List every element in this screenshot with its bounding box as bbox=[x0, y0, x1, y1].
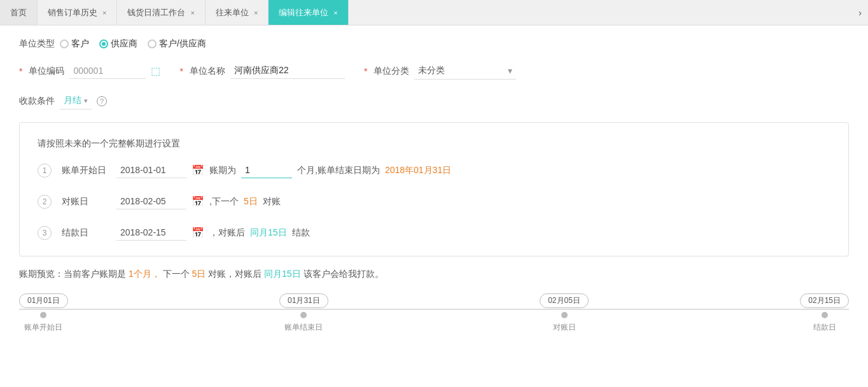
step-1-content: 📅 账期为 个月,账单结束日期为 2018年01月31日 bbox=[116, 162, 451, 178]
step-1-period-mid: 个月,账单结束日期为 bbox=[297, 165, 380, 176]
preview-text: 账期预览：当前客户账期是 1个月， 下一个 5日 对账，对账后 同月15日 该客… bbox=[19, 267, 849, 281]
tab-cash-work-close[interactable]: × bbox=[190, 9, 194, 17]
step-1-calendar-icon[interactable]: 📅 bbox=[192, 164, 204, 176]
category-select[interactable]: 未分类 ▾ bbox=[414, 62, 516, 80]
timeline-dot-1 bbox=[40, 312, 46, 318]
step-3-label: 结款日 bbox=[62, 227, 106, 239]
tab-edit-contact-close[interactable]: × bbox=[333, 9, 337, 17]
step-1-num: 1 bbox=[38, 164, 52, 178]
payment-group: 收款条件 月结 ▾ ? bbox=[19, 92, 107, 109]
tab-sales-history-label: 销售订单历史 bbox=[48, 7, 97, 18]
timeline-pill-4: 02月15日 bbox=[800, 293, 849, 308]
timeline-pill-1: 01月01日 bbox=[19, 293, 68, 308]
unit-type-label: 单位类型 bbox=[19, 38, 55, 50]
radio-customer[interactable]: 客户 bbox=[60, 38, 89, 50]
tab-edit-contact-label: 编辑往来单位 bbox=[279, 7, 328, 18]
step-2-suffix-post: 对账 bbox=[263, 196, 281, 208]
step-3-highlight: 同月15日 bbox=[250, 227, 287, 239]
step-3-suffix-post: 结款 bbox=[292, 227, 310, 239]
payment-dropdown-icon: ▾ bbox=[84, 97, 88, 105]
step-2-date-input[interactable] bbox=[116, 194, 186, 209]
tab-contacts-close[interactable]: × bbox=[254, 9, 258, 17]
radio-both-circle bbox=[148, 39, 157, 48]
radio-supplier-label: 供应商 bbox=[111, 38, 137, 50]
step-3-suffix-pre: ，对账后 bbox=[209, 227, 245, 239]
timeline-pill-2: 01月31日 bbox=[279, 293, 328, 308]
timeline-point-4: 02月15日 结款日 bbox=[800, 293, 849, 333]
timeline-pill-3: 02月05日 bbox=[540, 293, 589, 308]
radio-both[interactable]: 客户/供应商 bbox=[148, 38, 206, 50]
radio-customer-label: 客户 bbox=[71, 38, 89, 50]
timeline-desc-3: 对账日 bbox=[553, 322, 576, 333]
step-3-row: 3 结款日 📅 ，对账后 同月15日 结款 bbox=[38, 225, 830, 241]
tab-bar: 首页 销售订单历史 × 钱货日清工作台 × 往来单位 × 编辑往来单位 × › bbox=[0, 0, 868, 25]
timeline-desc-4: 结款日 bbox=[813, 322, 836, 333]
step-2-content: 📅 ,下一个 5日 对账 bbox=[116, 194, 281, 209]
step-1-date-input[interactable] bbox=[116, 162, 186, 178]
preview-pay: 同月15日 bbox=[264, 269, 301, 279]
unit-type-group: 单位类型 客户 供应商 客户/供应商 bbox=[19, 38, 206, 50]
code-input[interactable] bbox=[69, 63, 146, 79]
category-value: 未分类 bbox=[418, 65, 505, 76]
tab-cash-work-label: 钱货日清工作台 bbox=[127, 7, 185, 18]
tab-home[interactable]: 首页 bbox=[0, 0, 38, 25]
timeline: 01月01日 账单开始日 01月31日 账单结束日 02月05日 对账日 02月… bbox=[19, 293, 849, 333]
code-name-category-row: * 单位编码 ⬚ * 单位名称 * 单位分类 未分类 ▾ bbox=[19, 62, 849, 80]
timeline-dot-2 bbox=[300, 312, 307, 318]
preview-end: 该客户会给我打款。 bbox=[304, 269, 384, 279]
preview-mid: 下一个 bbox=[163, 269, 190, 279]
payment-select[interactable]: 月结 ▾ bbox=[60, 92, 92, 109]
step-2-calendar-icon[interactable]: 📅 bbox=[192, 195, 204, 208]
step-2-num: 2 bbox=[38, 195, 52, 209]
step-2-highlight: 5日 bbox=[244, 196, 258, 208]
tab-contacts-label: 往来单位 bbox=[216, 7, 249, 18]
timeline-point-3: 02月05日 对账日 bbox=[540, 293, 589, 333]
name-input[interactable] bbox=[230, 63, 345, 79]
radio-supplier[interactable]: 供应商 bbox=[99, 38, 137, 50]
radio-customer-circle bbox=[60, 39, 69, 48]
preview-mid2: 对账，对账后 bbox=[208, 269, 262, 279]
tab-contacts[interactable]: 往来单位 × bbox=[206, 0, 269, 25]
step-1-label: 账单开始日 bbox=[62, 165, 106, 176]
step-1-period-pre: 账期为 bbox=[209, 165, 236, 176]
unit-type-row: 单位类型 客户 供应商 客户/供应商 bbox=[19, 38, 849, 50]
preview-reconcile: 5日 bbox=[192, 269, 206, 279]
timeline-points: 01月01日 账单开始日 01月31日 账单结束日 02月05日 对账日 02月… bbox=[19, 293, 849, 333]
tab-sales-history[interactable]: 销售订单历史 × bbox=[38, 0, 117, 25]
category-label: 单位分类 bbox=[374, 66, 409, 77]
radio-both-label: 客户/供应商 bbox=[159, 38, 206, 50]
tab-more-button[interactable]: › bbox=[852, 0, 868, 25]
step-1-period-input[interactable] bbox=[241, 162, 292, 178]
radio-supplier-circle bbox=[99, 39, 108, 48]
step-3-date-input[interactable] bbox=[116, 225, 186, 241]
code-group: * 单位编码 ⬚ bbox=[19, 63, 160, 79]
preview-period: 1个月， bbox=[129, 269, 160, 279]
name-required-star: * bbox=[179, 66, 183, 76]
timeline-desc-1: 账单开始日 bbox=[24, 322, 62, 333]
step-1-row: 1 账单开始日 📅 账期为 个月,账单结束日期为 2018年01月31日 bbox=[38, 162, 830, 178]
timeline-dot-4 bbox=[822, 312, 828, 318]
main-content: 单位类型 客户 供应商 客户/供应商 * 单位编码 bbox=[0, 25, 868, 387]
timeline-desc-2: 账单结束日 bbox=[284, 322, 323, 333]
tab-sales-history-close[interactable]: × bbox=[102, 9, 106, 17]
timeline-point-1: 01月01日 账单开始日 bbox=[19, 293, 68, 333]
timeline-point-2: 01月31日 账单结束日 bbox=[279, 293, 328, 333]
step-3-calendar-icon[interactable]: 📅 bbox=[192, 227, 204, 239]
code-required-star: * bbox=[19, 66, 22, 76]
payment-label: 收款条件 bbox=[19, 95, 55, 107]
code-copy-icon[interactable]: ⬚ bbox=[151, 65, 160, 77]
category-dropdown-icon: ▾ bbox=[508, 66, 512, 76]
tab-cash-work[interactable]: 钱货日清工作台 × bbox=[117, 0, 205, 25]
timeline-dot-3 bbox=[561, 312, 568, 318]
tab-edit-contact[interactable]: 编辑往来单位 × bbox=[269, 0, 348, 25]
step-2-label: 对账日 bbox=[62, 196, 106, 208]
name-group: * 单位名称 bbox=[179, 63, 344, 79]
payment-value: 月结 bbox=[64, 95, 81, 106]
step-1-end-date: 2018年01月31日 bbox=[385, 165, 451, 176]
category-required-star: * bbox=[364, 66, 367, 76]
preview-label: 账期预览：当前客户账期是 bbox=[19, 269, 126, 279]
payment-help-icon[interactable]: ? bbox=[97, 96, 107, 106]
step-2-row: 2 对账日 📅 ,下一个 5日 对账 bbox=[38, 194, 830, 209]
step-3-num: 3 bbox=[38, 226, 52, 240]
payment-row: 收款条件 月结 ▾ ? bbox=[19, 92, 849, 109]
